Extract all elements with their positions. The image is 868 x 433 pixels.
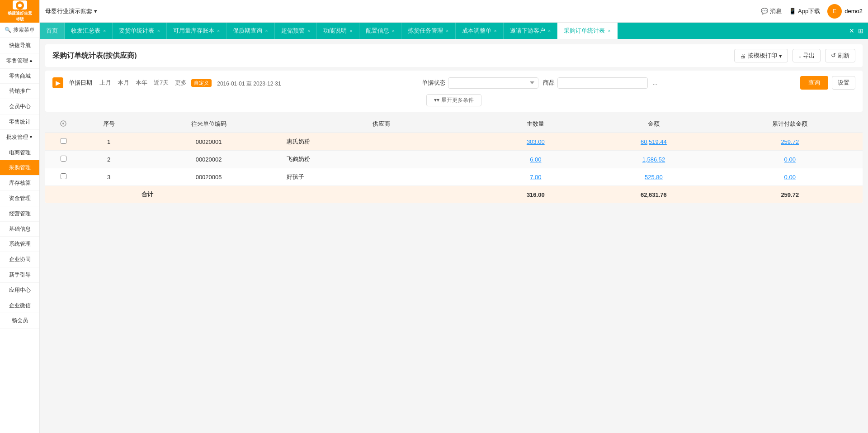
sidebar-item-retail-shop[interactable]: 零售商城 <box>0 69 39 84</box>
sidebar-item-basic[interactable]: 基础信息 <box>0 222 39 237</box>
row-code-2: 00020005 <box>136 168 281 186</box>
tab-close-yaohuodantongji[interactable]: × <box>157 28 160 33</box>
sidebar-item-retail[interactable]: 零售管理 ▲ <box>0 53 39 69</box>
sidebar-quick-nav[interactable]: 快捷导航 <box>0 38 39 53</box>
row-qty-2[interactable]: 7.00 <box>481 168 590 186</box>
tab-chenben[interactable]: 成本调整单 × <box>456 23 504 39</box>
footer-paid: 259.72 <box>717 186 863 204</box>
tab-close-chenben[interactable]: × <box>494 28 497 33</box>
row-qty-1[interactable]: 6.00 <box>481 151 590 168</box>
account-dropdown[interactable]: 母婴行业演示账套 ▾ <box>45 7 97 15</box>
more-filter-btn[interactable]: ... <box>651 80 659 86</box>
row-checkbox-0[interactable] <box>45 133 81 151</box>
username: demo2 <box>844 8 863 14</box>
goods-input[interactable] <box>557 77 648 89</box>
template-print-button[interactable]: 🖨 按模板打印 ▾ <box>734 49 788 62</box>
expand-more-row: ▾▾ 展开更多条件 <box>52 94 855 106</box>
tab-peizhi[interactable]: 配置信息 × <box>359 23 401 39</box>
row-amount-1[interactable]: 1,586.52 <box>590 151 717 168</box>
sidebar-item-wechat[interactable]: 企业微信 <box>0 298 39 314</box>
tab-close-caigou[interactable]: × <box>608 28 610 33</box>
row-no-1: 2 <box>81 151 136 168</box>
main-area: 母婴行业演示账套 ▾ 💬 消息 📱 App下载 E demo2 首页 <box>40 0 868 433</box>
tab-close-shoufahuizong[interactable]: × <box>103 28 106 33</box>
sidebar-item-appcenter[interactable]: 应用中心 <box>0 283 39 298</box>
row-paid-1[interactable]: 0.00 <box>717 151 863 168</box>
row-paid-0[interactable]: 259.72 <box>717 133 863 151</box>
filter-toggle-button[interactable]: ▶ <box>52 77 63 88</box>
7days-btn[interactable]: 近7天 <box>152 78 170 88</box>
custom-date-tag[interactable]: 自定义 <box>191 79 212 87</box>
message-btn[interactable]: 💬 消息 <box>761 7 782 15</box>
svg-point-2 <box>62 123 64 124</box>
sidebar-item-retail-stat[interactable]: 零售统计 <box>0 114 39 130</box>
tab-expand[interactable]: ⊞ <box>858 27 863 34</box>
tab-keyongliang[interactable]: 可用量库存账本 × <box>167 23 226 39</box>
sidebar-search[interactable]: 🔍 搜索菜单 <box>0 23 39 38</box>
tab-close-keyongliang[interactable]: × <box>217 28 220 33</box>
sidebar-item-wholesale[interactable]: 批发管理 ▼ <box>0 130 39 145</box>
table-footer-row: 合计 316.00 62,631.76 259.72 <box>45 186 863 204</box>
tab-close-gongneng[interactable]: × <box>349 28 352 33</box>
more-date-btn[interactable]: 更多 <box>173 78 189 88</box>
footer-label: 合计 <box>136 186 281 204</box>
sidebar-item-inventory[interactable]: 库存核算 <box>0 176 39 191</box>
row-amount-2[interactable]: 525.80 <box>590 168 717 186</box>
footer-amount: 62,631.76 <box>590 186 717 204</box>
tab-close-chaochu[interactable]: × <box>307 28 310 33</box>
svg-point-0 <box>18 4 22 7</box>
tab-close-yaoqing[interactable]: × <box>548 28 551 33</box>
sidebar-item-enterprise[interactable]: 企业协同 <box>0 252 39 267</box>
row-no-2: 3 <box>81 168 136 186</box>
tab-yaoqing[interactable]: 邀请下游客户 × <box>504 23 557 39</box>
sidebar-item-purchase[interactable]: 采购管理 <box>0 160 39 176</box>
expand-more-button[interactable]: ▾▾ 展开更多条件 <box>426 94 481 106</box>
sidebar-item-operation[interactable]: 经营管理 <box>0 206 39 222</box>
col-amount-header: 金额 <box>590 115 717 133</box>
footer-qty: 316.00 <box>481 186 590 204</box>
row-amount-0[interactable]: 60,519.44 <box>590 133 717 151</box>
status-filter-field: 单据状态 <box>422 77 538 89</box>
col-settings-header[interactable] <box>45 115 81 133</box>
sidebar-item-marketing[interactable]: 营销推广 <box>0 84 39 99</box>
query-button[interactable]: 查询 <box>800 76 828 90</box>
tab-chaochu[interactable]: 超储预警 × <box>275 23 317 39</box>
content-area: 采购订单统计表(按供应商) 🖨 按模板打印 ▾ ↓ 导出 ↺ 刷新 <box>40 39 868 433</box>
tab-gongneng[interactable]: 功能说明 × <box>317 23 359 39</box>
goods-filter-field: 商品 ... <box>543 77 659 89</box>
tab-close-tuohuo[interactable]: × <box>446 28 448 33</box>
refresh-button[interactable]: ↺ 刷新 <box>825 49 855 62</box>
sidebar-item-vip[interactable]: 畅会员 <box>0 313 39 328</box>
logo-icon <box>13 0 27 10</box>
row-supplier-0: 惠氏奶粉 <box>281 133 481 151</box>
prev-month-btn[interactable]: 上月 <box>98 78 113 88</box>
tab-close-peizhi[interactable]: × <box>392 28 395 33</box>
tab-tuohuo[interactable]: 拣货任务管理 × <box>401 23 455 39</box>
tab-close-baozhouqi[interactable]: × <box>265 28 268 33</box>
row-checkbox-2[interactable] <box>45 168 81 186</box>
tab-caigou-active[interactable]: 采购订单统计表 × <box>557 23 617 39</box>
row-checkbox-1[interactable] <box>45 151 81 168</box>
sidebar-item-system[interactable]: 系统管理 <box>0 237 39 252</box>
arrow-up-icon: ▲ <box>29 57 33 64</box>
tab-baozhouqi[interactable]: 保质期查询 × <box>226 23 274 39</box>
status-select[interactable] <box>448 77 538 89</box>
tab-yaohuodantongji[interactable]: 要货单统计表 × <box>113 23 166 39</box>
export-button[interactable]: ↓ 导出 <box>793 49 821 62</box>
dropdown-icon: ▾ <box>94 8 97 14</box>
settings-button[interactable]: 设置 <box>832 76 855 90</box>
tab-shoufahuizong[interactable]: 收发汇总表 × <box>65 23 113 39</box>
col-paid-header: 累计付款金额 <box>717 115 863 133</box>
tab-close-all[interactable]: ✕ <box>849 27 854 34</box>
app-download-btn[interactable]: 📱 App下载 <box>789 7 820 15</box>
user-menu[interactable]: E demo2 <box>827 4 863 19</box>
row-qty-0[interactable]: 303.00 <box>481 133 590 151</box>
sidebar-item-newguide[interactable]: 新手引导 <box>0 267 39 283</box>
sidebar-item-capital[interactable]: 资金管理 <box>0 191 39 206</box>
this-year-btn[interactable]: 本年 <box>134 78 149 88</box>
tab-home[interactable]: 首页 <box>40 23 65 39</box>
row-paid-2[interactable]: 0.00 <box>717 168 863 186</box>
this-month-btn[interactable]: 本月 <box>116 78 131 88</box>
sidebar-item-member[interactable]: 会员中心 <box>0 99 39 114</box>
sidebar-item-ecommerce[interactable]: 电商管理 <box>0 145 39 161</box>
